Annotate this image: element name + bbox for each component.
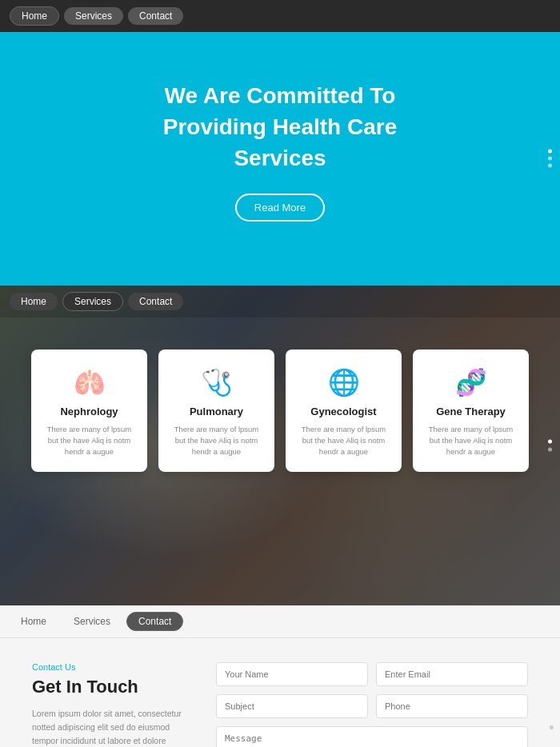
hero-read-more-button[interactable]: Read More: [235, 194, 325, 222]
services-nav-services-btn[interactable]: Services: [62, 292, 123, 311]
contact-label: Contact Us: [32, 662, 192, 672]
hero-dot-3: [548, 164, 552, 168]
nephrology-icon: 🫁: [44, 367, 134, 397]
contact-nav-contact-btn[interactable]: Contact: [126, 612, 183, 631]
services-cards-row: 🫁 Nephrology There are many of lpsum but…: [0, 318, 560, 513]
phone-input[interactable]: [376, 694, 528, 718]
nav-services-btn[interactable]: Services: [64, 7, 123, 25]
nephrology-text: There are many of lpsum but the have Ali…: [44, 424, 134, 458]
service-card-gynecologist: 🌐 Gynecologist There are many of lpsum b…: [286, 350, 402, 473]
service-card-pulmonary: 🩺 Pulmonary There are many of lpsum but …: [158, 350, 274, 473]
gynecologist-text: There are many of lpsum but the have Ali…: [298, 424, 389, 458]
gene-therapy-text: There are many of lpsum but the have Ali…: [426, 424, 516, 458]
contact-form: Send Message: [216, 662, 528, 747]
nav-contact-btn[interactable]: Contact: [128, 7, 183, 25]
service-card-nephrology: 🫁 Nephrology There are many of lpsum but…: [31, 350, 147, 473]
hero-dots: [548, 150, 552, 168]
gynecologist-title: Gynecologist: [298, 405, 389, 417]
nav-home-btn[interactable]: Home: [10, 6, 59, 26]
subject-input[interactable]: [216, 694, 368, 718]
gynecologist-icon: 🌐: [298, 367, 389, 397]
form-row-subject-phone: [216, 694, 528, 718]
pulmonary-title: Pulmonary: [171, 405, 262, 417]
services-nav: Home Services Contact: [0, 286, 560, 318]
message-textarea[interactable]: [216, 726, 528, 747]
contact-inner: Contact Us Get In Touch Lorem ipsum dolo…: [0, 638, 560, 747]
services-nav-home-btn[interactable]: Home: [10, 293, 58, 310]
services-dot-1: [548, 439, 552, 443]
form-row-name-email: [216, 662, 528, 686]
contact-section: Home Services Contact Contact Us Get In …: [0, 605, 560, 747]
services-side-dots: [548, 439, 552, 451]
contact-nav: Home Services Contact: [0, 605, 560, 638]
contact-left: Contact Us Get In Touch Lorem ipsum dolo…: [32, 662, 192, 747]
name-input[interactable]: [216, 662, 368, 686]
services-nav-contact-btn[interactable]: Contact: [128, 293, 183, 310]
gene-therapy-icon: 🧬: [426, 367, 516, 397]
hero-heading: We Are Committed To Providing Health Car…: [120, 80, 440, 174]
contact-nav-home-btn[interactable]: Home: [10, 613, 58, 630]
contact-description: Lorem ipsum dolor sit amet, consectetur …: [32, 707, 192, 747]
hero-dot-2: [548, 157, 552, 161]
hero-dot-1: [548, 150, 552, 154]
pulmonary-icon: 🩺: [171, 367, 262, 397]
nav-home: Home Services Contact: [0, 0, 560, 32]
gene-therapy-title: Gene Therapy: [426, 405, 516, 417]
pulmonary-text: There are many of lpsum but the have Ali…: [171, 424, 262, 458]
contact-nav-services-btn[interactable]: Services: [62, 613, 122, 630]
nephrology-title: Nephrology: [44, 405, 134, 417]
email-input[interactable]: [376, 662, 528, 686]
services-section: Home Services Contact 🫁 Nephrology There…: [0, 286, 560, 605]
services-dot-2: [548, 447, 552, 451]
hero-section: We Are Committed To Providing Health Car…: [0, 32, 560, 286]
service-card-gene-therapy: 🧬 Gene Therapy There are many of lpsum b…: [413, 350, 529, 473]
contact-heading: Get In Touch: [32, 677, 192, 697]
